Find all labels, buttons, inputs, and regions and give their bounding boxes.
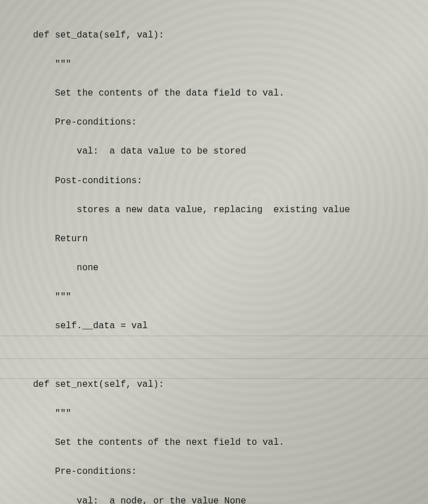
code-line: """ [33, 57, 428, 72]
horizontal-line [0, 336, 428, 336]
code-line: """ [33, 407, 428, 422]
code-line: none [33, 261, 428, 276]
code-line: Post-conditions: [33, 174, 428, 189]
code-line: val: a node, or the value None [33, 494, 428, 504]
code-line: def set_next(self, val): [33, 378, 428, 393]
code-line: val: a data value to be stored [33, 144, 428, 159]
code-line: stores a new data value, replacing exist… [33, 203, 428, 218]
code-line: Return [33, 232, 428, 247]
code-line: Set the contents of the data field to va… [33, 86, 428, 101]
code-line: def set_data(self, val): [33, 28, 428, 43]
code-block: def set_data(self, val): """ Set the con… [0, 14, 428, 504]
code-line: self.__data = val [33, 319, 428, 334]
code-line: Pre-conditions: [33, 115, 428, 130]
code-line: Pre-conditions: [33, 465, 428, 480]
horizontal-line [0, 358, 428, 359]
code-line: Set the contents of the next field to va… [33, 436, 428, 451]
horizontal-line [0, 378, 428, 379]
code-line: """ [33, 290, 428, 305]
